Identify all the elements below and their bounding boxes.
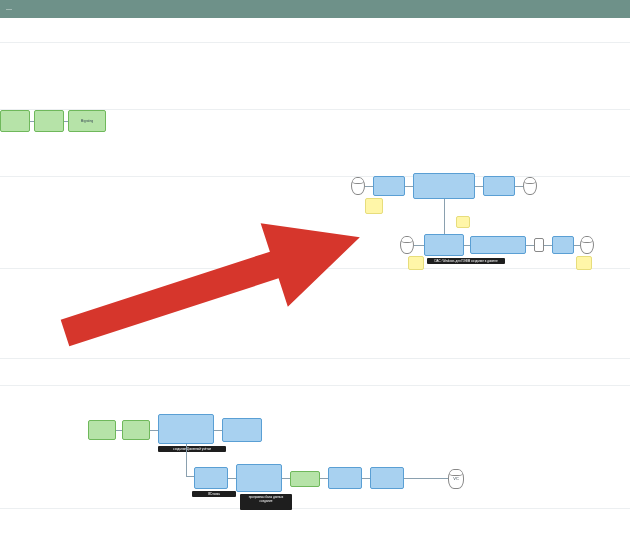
sticky-note[interactable] [365,198,383,214]
node-process[interactable] [370,467,404,489]
connector [405,186,413,187]
lane-line [0,385,630,386]
node-process[interactable] [34,110,64,132]
connector [544,245,552,246]
node-process[interactable] [158,414,214,444]
lane-line [0,268,630,269]
node-caption: программы базы данных создание [240,494,292,510]
connector [362,478,370,479]
connector [186,444,187,476]
node-process[interactable] [0,110,30,132]
connector [515,186,523,187]
sticky-note[interactable] [408,256,424,270]
node-process[interactable] [483,176,515,196]
node-process[interactable] [470,236,526,254]
connector [186,476,194,477]
node-process[interactable] [373,176,405,196]
node-process[interactable] [222,418,262,442]
sticky-note[interactable] [576,256,592,270]
lane-line [0,358,630,359]
node-process[interactable] [122,420,150,440]
app-title: — [6,6,12,12]
connector [526,245,534,246]
node-database[interactable] [523,177,537,195]
node-process[interactable] [88,420,116,440]
lane-line [0,508,630,509]
node-process[interactable] [552,236,574,254]
node-database[interactable] [400,236,414,254]
node-caption: DAC: Windows для ПЭВМ создание в домене [427,258,505,264]
diagram-canvas[interactable]: Migrating DAC: Windows для ПЭВМ создание… [0,18,630,551]
connector [228,478,236,479]
node-database[interactable] [351,177,365,195]
connector [214,430,222,431]
node-process[interactable] [328,467,362,489]
node-process[interactable] [194,467,228,489]
connector [365,186,373,187]
node-caption: ВСтавка [192,491,236,497]
connector [414,245,424,246]
node-database[interactable] [580,236,594,254]
node-process[interactable]: Migrating [68,110,106,132]
connector [320,478,328,479]
connector [475,186,483,187]
sticky-note[interactable] [456,216,470,228]
node-caption: создание Доменной учётки [158,446,226,452]
connector [150,430,158,431]
node-database[interactable]: VC [448,469,464,489]
lane-line [0,176,630,177]
connector [444,199,445,234]
node-process[interactable] [290,471,320,487]
svg-marker-0 [51,195,373,374]
connector [282,478,290,479]
app-header: — [0,0,630,18]
node-process[interactable] [424,234,464,256]
node-process[interactable] [534,238,544,252]
lane-line [0,42,630,43]
node-process[interactable] [236,464,282,492]
connector [404,478,448,479]
node-process[interactable] [413,173,475,199]
